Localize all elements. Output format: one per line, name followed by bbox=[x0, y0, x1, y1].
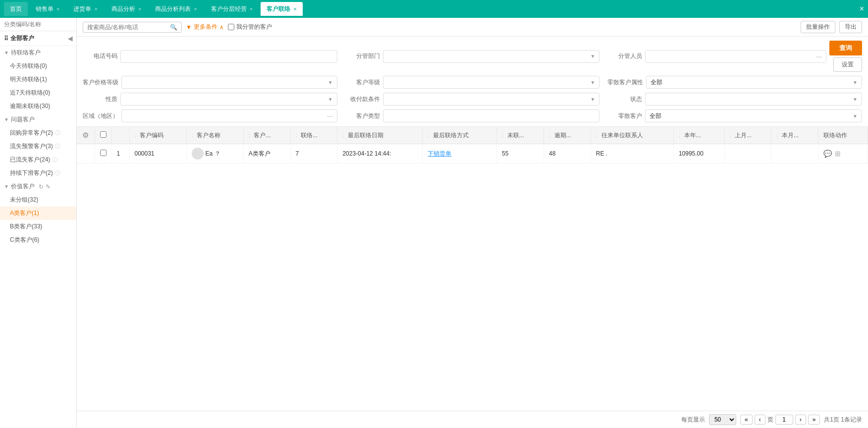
my-customers-checkbox[interactable]: 我分管的客户 bbox=[228, 23, 272, 31]
filter-input-customer-type[interactable] bbox=[383, 109, 600, 122]
sidebar-search-input[interactable] bbox=[4, 21, 77, 28]
filter-input-customer-grade[interactable]: ▼ bbox=[383, 76, 600, 89]
sidebar-item-c-class[interactable]: C类客户(6) bbox=[0, 233, 76, 247]
my-customers-check[interactable] bbox=[228, 24, 234, 30]
sidebar-item-b-class[interactable]: B类客户(33) bbox=[0, 220, 76, 233]
select-all-checkbox[interactable] bbox=[100, 131, 107, 138]
sidebar-item-ungrouped[interactable]: 未分组(32) bbox=[0, 193, 76, 207]
tab-purchase[interactable]: 进货单 × bbox=[67, 2, 103, 16]
row-this-year-cell: 10995.00 bbox=[673, 144, 724, 163]
tab-purchase-close[interactable]: × bbox=[94, 6, 97, 12]
tab-goods-analysis[interactable]: 商品分析 × bbox=[106, 2, 147, 16]
col-last-month[interactable]: : 上月... bbox=[724, 127, 771, 144]
col-type[interactable]: : 客户... bbox=[243, 127, 290, 144]
sidebar-group-pending[interactable]: ▼ 待联络客户 bbox=[0, 46, 76, 59]
arrow-icon-price-grade: ▼ bbox=[328, 80, 333, 85]
col-overdue-label: 逾期... bbox=[554, 132, 571, 139]
sidebar-item-declining[interactable]: 持续下滑客户(2) ⓘ bbox=[0, 166, 76, 180]
col-overdue[interactable]: : 逾期... bbox=[543, 127, 591, 144]
sidebar-item-tomorrow-pending-label: 明天待联络(1) bbox=[10, 75, 47, 84]
filter-input-region[interactable]: ··· bbox=[121, 109, 337, 122]
more-conditions-btn[interactable]: ▼ 更多条件 ∧ bbox=[186, 23, 224, 31]
sidebar-item-churn-warning[interactable]: 流失预警客户(3) ⓘ bbox=[0, 140, 76, 153]
filter-input-status[interactable]: ▼ bbox=[645, 93, 862, 106]
filter-input-price-grade[interactable]: ▼ bbox=[121, 76, 337, 89]
sidebar-group-problem[interactable]: ▼ 问题客户 bbox=[0, 113, 76, 126]
filter-icon: ▼ bbox=[186, 24, 192, 31]
col-contact[interactable]: : 联络... bbox=[290, 127, 337, 144]
edit-icon[interactable]: ✎ bbox=[46, 183, 51, 190]
tab-customer-segment[interactable]: 客户分层经营 × bbox=[205, 2, 259, 16]
col-this-month[interactable]: : 本月... bbox=[771, 127, 818, 144]
col-sep-code: : bbox=[135, 132, 136, 139]
data-table: ⚙ : 客户编码 : 客户名称 bbox=[77, 127, 868, 163]
tab-customer-contact[interactable]: 客户联络 × bbox=[261, 2, 302, 16]
sidebar-group-value[interactable]: ▼ 价值客户 ↻ ✎ bbox=[0, 180, 76, 193]
filter-search-icon[interactable]: 🔍 bbox=[170, 24, 177, 31]
col-unit-contact[interactable]: : 往来单位联系人 bbox=[591, 127, 673, 144]
sidebar-item-tomorrow-pending[interactable]: 明天待联络(1) bbox=[0, 73, 76, 86]
tab-goods-analysis-list-close[interactable]: × bbox=[194, 6, 197, 12]
row-checkbox-cell[interactable] bbox=[95, 144, 111, 163]
tab-customer-segment-close[interactable]: × bbox=[250, 6, 253, 12]
all-customers-header[interactable]: ⠿ 全部客户 ◀ bbox=[0, 31, 76, 46]
row-contact: 7 bbox=[296, 150, 299, 157]
sidebar-search-area: 🔍 bbox=[0, 18, 76, 31]
col-no-contact[interactable]: : 未联... bbox=[497, 127, 544, 144]
col-name[interactable]: : 客户名称 bbox=[186, 127, 243, 144]
row-checkbox[interactable] bbox=[100, 150, 107, 156]
sidebar-item-churned[interactable]: 已流失客户(24) ⓘ bbox=[0, 153, 76, 166]
tab-sales[interactable]: 销售单 × bbox=[30, 2, 65, 16]
data-table-container: ⚙ : 客户编码 : 客户名称 bbox=[77, 127, 868, 411]
tab-home[interactable]: 首页 bbox=[4, 2, 28, 16]
first-page-button[interactable]: « bbox=[740, 415, 753, 425]
filter-input-phone[interactable] bbox=[120, 50, 337, 63]
settings-gear-icon[interactable]: ⚙ bbox=[82, 131, 89, 139]
sidebar-item-overdue-pending[interactable]: 逾期未联络(30) bbox=[0, 100, 76, 113]
tab-goods-analysis-close[interactable]: × bbox=[138, 6, 141, 12]
col-last-contact-date[interactable]: : 最后联络日期 bbox=[337, 127, 423, 144]
filter-input-retail-attr[interactable]: 全部▼ bbox=[646, 76, 862, 89]
page-size-select[interactable]: 50 100 200 bbox=[709, 414, 736, 425]
table-row: 1 000031 Ea ？ A bbox=[77, 144, 868, 163]
col-sep-tm: : bbox=[776, 132, 778, 139]
col-gear[interactable]: ⚙ bbox=[77, 127, 95, 144]
filter-input-manager[interactable]: ··· bbox=[645, 50, 826, 63]
prev-page-button[interactable]: ‹ bbox=[755, 415, 765, 425]
filter-label-customer-grade: 客户等级 bbox=[345, 78, 380, 87]
settings-button[interactable]: 设置 bbox=[833, 57, 862, 72]
sidebar-item-a-class[interactable]: A类客户(1) bbox=[0, 207, 76, 220]
refresh-icon[interactable]: ↻ bbox=[39, 183, 44, 190]
tab-goods-analysis-label: 商品分析 bbox=[111, 5, 135, 13]
filter-input-payment[interactable]: ▼ bbox=[383, 93, 600, 106]
col-last-contact-method[interactable]: : 最后联络方式 bbox=[423, 127, 497, 144]
filter-input-nature[interactable]: ▼ bbox=[120, 93, 337, 106]
col-this-year[interactable]: : 本年... bbox=[673, 127, 724, 144]
sidebar-item-7days-pending[interactable]: 近7天待联络(0) bbox=[0, 86, 76, 100]
last-page-button[interactable]: » bbox=[808, 415, 820, 425]
next-page-button[interactable]: › bbox=[795, 415, 806, 425]
sidebar-item-repurchase-abnormal[interactable]: 回购异常客户(2) ⓘ bbox=[0, 126, 76, 140]
sidebar-item-today-pending[interactable]: 今天待联络(0) bbox=[0, 59, 76, 73]
filter-search-input[interactable] bbox=[87, 24, 168, 31]
close-all-icon[interactable]: × bbox=[860, 4, 864, 13]
col-last-contact-method-label: 最后联络方式 bbox=[433, 132, 469, 139]
tab-sales-close[interactable]: × bbox=[56, 6, 59, 12]
filter-input-retail[interactable]: 全部▼ bbox=[645, 109, 862, 122]
current-page-input[interactable] bbox=[775, 415, 793, 425]
sidebar-item-churn-warning-label: 流失预警客户(3) bbox=[10, 142, 53, 151]
chat-icon[interactable]: 💬 bbox=[823, 150, 832, 158]
batch-ops-button[interactable]: 批量操作 bbox=[801, 21, 835, 33]
col-code[interactable]: : 客户编码 bbox=[129, 127, 186, 144]
tab-customer-contact-close[interactable]: × bbox=[293, 6, 296, 12]
table-header-row: ⚙ : 客户编码 : 客户名称 bbox=[77, 127, 868, 144]
row-name: Ea bbox=[206, 150, 213, 157]
collapse-icon[interactable]: ◀ bbox=[68, 35, 72, 42]
page-size-label: 每页显示 bbox=[681, 416, 705, 424]
tab-goods-analysis-list[interactable]: 商品分析列表 × bbox=[149, 2, 203, 16]
row-last-contact-method[interactable]: 下销货单 bbox=[428, 150, 451, 157]
query-button[interactable]: 查询 bbox=[829, 41, 862, 55]
grid-action-icon[interactable]: ⊞ bbox=[835, 150, 841, 158]
filter-input-dept[interactable]: ▼ bbox=[383, 50, 600, 63]
export-button[interactable]: 导出 bbox=[839, 21, 862, 33]
